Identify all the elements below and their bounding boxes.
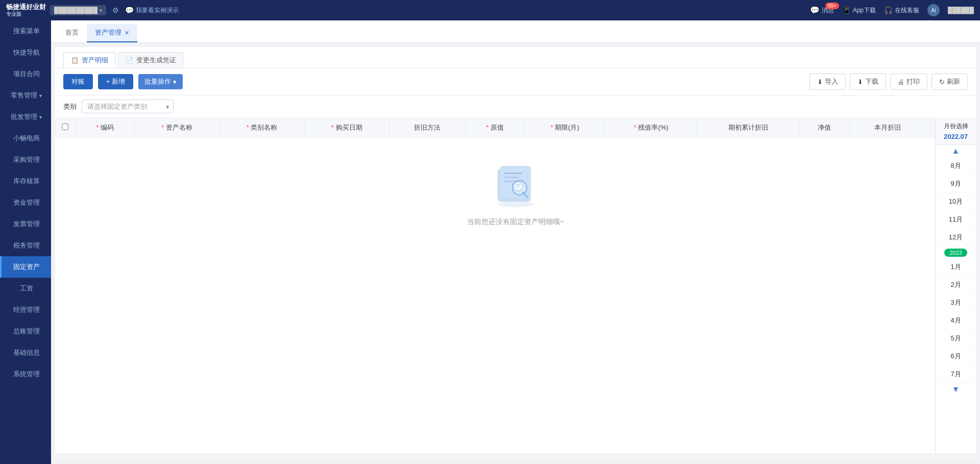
online-service-label: 在线客服 bbox=[895, 6, 919, 15]
th-asset-name: 资产名称 bbox=[135, 118, 219, 138]
tab-asset-management[interactable]: 资产管理 ✕ bbox=[87, 24, 137, 42]
month-item-7-2023[interactable]: 7月 bbox=[936, 365, 976, 383]
online-service-button[interactable]: 🎧 在线客服 bbox=[884, 6, 919, 15]
quick-nav-label: 快捷导航 bbox=[13, 48, 40, 57]
assets-table: 编码 资产名称 类别名称 购买日期 折旧方法 原值 期限(月) 残值率(%) 期… bbox=[55, 118, 976, 247]
toolbar: 对账 + 新增 批量操作 ▾ ⬇ 导入 ⬇ 下载 bbox=[55, 68, 976, 95]
sidebar-item-system[interactable]: 系统管理 bbox=[0, 363, 51, 385]
wholesale-chevron-icon: ▾ bbox=[39, 114, 42, 120]
select-all-checkbox[interactable] bbox=[62, 124, 68, 130]
category-filter-label: 类别 bbox=[63, 102, 77, 111]
th-accumulated-depreciation: 期初累计折旧 bbox=[697, 118, 799, 138]
tab-home[interactable]: 首页 bbox=[57, 24, 87, 42]
download-button[interactable]: ⬇ 下载 bbox=[850, 74, 886, 90]
table-body: 当前您还没有固定资产明细哦~ bbox=[55, 138, 976, 248]
month-item-9[interactable]: 9月 bbox=[936, 175, 976, 193]
sidebar-item-invoice[interactable]: 发票管理 bbox=[0, 213, 51, 235]
sidebar-item-finance[interactable]: 资金管理 bbox=[0, 192, 51, 213]
month-item-2-2023[interactable]: 2月 bbox=[936, 276, 976, 294]
import-button[interactable]: ⬇ 导入 bbox=[810, 74, 846, 90]
svg-point-7 bbox=[513, 182, 523, 191]
tab-close-icon[interactable]: ✕ bbox=[125, 30, 129, 36]
month-nav-down-button[interactable]: ▼ bbox=[952, 385, 960, 394]
tax-label: 税务管理 bbox=[13, 241, 40, 250]
avatar-text: Ai bbox=[932, 8, 936, 13]
import-label: 导入 bbox=[825, 77, 838, 86]
category-filter-select[interactable]: 请选择固定资产类别 bbox=[82, 100, 174, 113]
inner-tab-asset-detail[interactable]: 📋 资产明细 bbox=[63, 52, 116, 68]
sidebar-item-procurement[interactable]: 采购管理 bbox=[0, 149, 51, 170]
inner-tab-bar: 📋 资产明细 📄 变更生成凭证 bbox=[55, 47, 976, 68]
empty-row: 当前您还没有固定资产明细哦~ bbox=[55, 138, 976, 248]
sidebar-item-ecommerce[interactable]: 小畅电商 bbox=[0, 128, 51, 149]
batch-button[interactable]: 批量操作 ▾ bbox=[138, 74, 183, 89]
refresh-button[interactable]: ↻ 刷新 bbox=[932, 74, 968, 90]
refresh-icon: ↻ bbox=[939, 78, 945, 86]
wholesale-label: 批发管理 bbox=[11, 112, 37, 121]
month-item-6-2023[interactable]: 6月 bbox=[936, 348, 976, 365]
month-item-4-2023[interactable]: 4月 bbox=[936, 312, 976, 330]
download-label: 下载 bbox=[865, 77, 878, 86]
month-panel-title: 月份选择 bbox=[939, 122, 973, 131]
table-wrapper: 编码 资产名称 类别名称 购买日期 折旧方法 原值 期限(月) 残值率(%) 期… bbox=[55, 118, 976, 454]
sidebar-item-fixed-assets[interactable]: 固定资产 bbox=[0, 256, 51, 278]
month-item-11[interactable]: 11月 bbox=[936, 211, 976, 229]
demo-label: 我要看实例演示 bbox=[136, 6, 179, 15]
table-header-row: 编码 资产名称 类别名称 购买日期 折旧方法 原值 期限(月) 残值率(%) 期… bbox=[55, 118, 976, 138]
retail-label: 零售管理 bbox=[11, 91, 37, 100]
month-item-12[interactable]: 12月 bbox=[936, 229, 976, 247]
month-item-8[interactable]: 8月 bbox=[936, 157, 976, 175]
sidebar-item-project[interactable]: 项目合同 bbox=[0, 63, 51, 85]
tab-asset-label: 资产管理 bbox=[95, 28, 121, 37]
month-panel-selected: 2022.07 bbox=[939, 133, 973, 140]
ecommerce-label: 小畅电商 bbox=[13, 134, 40, 143]
payroll-label: 工资 bbox=[20, 284, 33, 293]
th-checkbox bbox=[55, 118, 76, 138]
user-name: ██████ bbox=[948, 7, 974, 14]
user-avatar[interactable]: Ai bbox=[927, 4, 940, 16]
company-selector[interactable]: ██████████ ▾ bbox=[50, 5, 106, 15]
month-item-3-2023[interactable]: 3月 bbox=[936, 294, 976, 312]
sidebar-item-retail[interactable]: 零售管理 ▾ bbox=[0, 85, 51, 106]
year-2023-badge: 2023 bbox=[936, 247, 976, 258]
sidebar-item-quick-nav[interactable]: 快捷导航 bbox=[0, 42, 51, 63]
sidebar-item-search-menu[interactable]: 搜索菜单 bbox=[0, 20, 51, 42]
year-badge-label: 2023 bbox=[944, 249, 967, 257]
settings-button[interactable]: ⚙ bbox=[110, 4, 121, 16]
th-purchase-date: 购买日期 bbox=[304, 118, 389, 138]
sidebar-item-payroll[interactable]: 工资 bbox=[0, 278, 51, 299]
content-area: 首页 资产管理 ✕ 📋 资产明细 📄 变更生成凭证 bbox=[51, 20, 980, 464]
sidebar-item-business[interactable]: 经营管理 bbox=[0, 299, 51, 321]
inner-tab-change-voucher-label: 变更生成凭证 bbox=[136, 56, 176, 65]
batch-label: 批量操作 bbox=[144, 77, 171, 86]
sidebar-item-inventory[interactable]: 库存核算 bbox=[0, 170, 51, 192]
th-residual-rate: 残值率(%) bbox=[605, 118, 697, 138]
month-item-5-2023[interactable]: 5月 bbox=[936, 330, 976, 348]
inner-tab-change-voucher[interactable]: 📄 变更生成凭证 bbox=[118, 52, 184, 68]
system-label: 系统管理 bbox=[13, 370, 40, 379]
sidebar-item-tax[interactable]: 税务管理 bbox=[0, 235, 51, 256]
svg-rect-3 bbox=[504, 173, 522, 174]
month-nav-up-button[interactable]: ▲ bbox=[952, 147, 960, 155]
month-panel-header: 月份选择 2022.07 bbox=[936, 118, 976, 145]
page-content: 📋 资产明细 📄 变更生成凭证 对账 + 新增 批量操作 ▾ bbox=[55, 47, 976, 460]
app-download-button[interactable]: 📱 App下载 bbox=[842, 6, 876, 15]
app-logo: 畅捷通好业财 专业版 bbox=[6, 3, 46, 17]
messages-button[interactable]: 💬 消息 99+ bbox=[810, 6, 834, 15]
finance-label: 资金管理 bbox=[13, 198, 40, 207]
add-button[interactable]: + 新增 bbox=[98, 74, 133, 89]
sidebar-item-wholesale[interactable]: 批发管理 ▾ bbox=[0, 106, 51, 128]
asset-detail-icon: 📋 bbox=[71, 57, 79, 64]
th-original-value: 原值 bbox=[465, 118, 525, 138]
th-period-months: 期限(月) bbox=[525, 118, 605, 138]
demo-link[interactable]: 💬 我要看实例演示 bbox=[125, 6, 179, 15]
reconcile-button[interactable]: 对账 bbox=[63, 74, 93, 89]
sidebar-item-ledger[interactable]: 总账管理 bbox=[0, 321, 51, 342]
print-button[interactable]: 🖨 打印 bbox=[890, 74, 927, 90]
project-label: 项目合同 bbox=[13, 69, 40, 79]
month-item-1-2023[interactable]: 1月 bbox=[936, 258, 976, 276]
month-item-10[interactable]: 10月 bbox=[936, 193, 976, 211]
month-panel-nav-down: ▼ bbox=[936, 383, 976, 396]
horizontal-scrollbar[interactable] bbox=[55, 454, 976, 460]
sidebar-item-basic-info[interactable]: 基础信息 bbox=[0, 342, 51, 363]
